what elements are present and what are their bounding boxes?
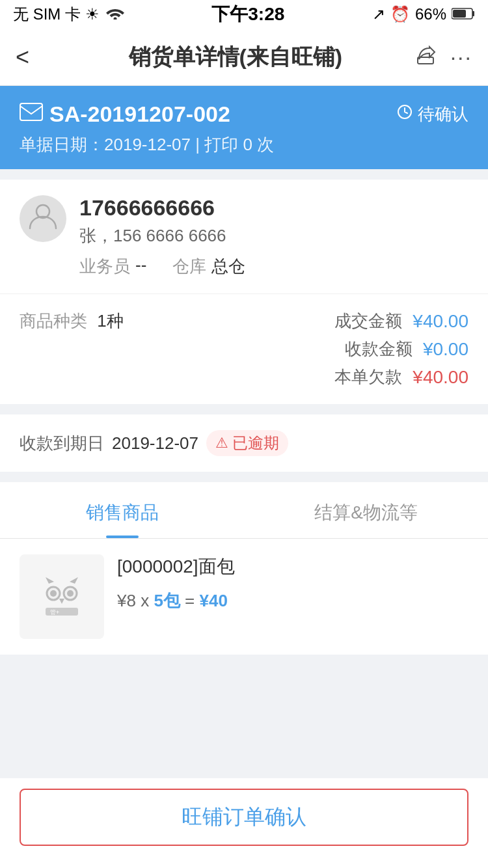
- sim-status: 无 SIM 卡 ☀: [13, 4, 100, 25]
- debt-value: ¥40.00: [413, 367, 468, 388]
- status-text: 待确认: [418, 103, 468, 126]
- svg-point-11: [67, 590, 74, 597]
- clock-icon: [397, 104, 413, 124]
- customer-name: 张，156 6666 6666: [79, 224, 468, 247]
- page-title: 销货单详情(来自旺铺): [55, 42, 416, 72]
- payment-row: 收款金额 ¥0.00: [334, 338, 468, 360]
- avatar: [20, 195, 66, 242]
- deal-amount-row: 成交金额 ¥40.00: [334, 310, 468, 332]
- deal-amount-label: 成交金额: [334, 310, 402, 332]
- status-left: 无 SIM 卡 ☀: [13, 4, 124, 25]
- deal-amount-value: ¥40.00: [413, 311, 468, 332]
- order-date: 单据日期：2019-12-07 | 打印 0 次: [20, 133, 468, 156]
- due-date: 2019-12-07: [112, 433, 198, 454]
- product-type: 商品种类 1种: [20, 310, 124, 332]
- status-right: ↗ ⏰ 66%: [372, 5, 475, 23]
- amount-stats: 成交金额 ¥40.00 收款金额 ¥0.00 本单欠款 ¥40.00: [334, 310, 468, 388]
- warning-icon: ⚠: [215, 435, 228, 452]
- more-icon[interactable]: ···: [450, 44, 472, 70]
- nav-bar: < 销货单详情(来自旺铺) ···: [0, 29, 488, 86]
- payment-value: ¥0.00: [423, 339, 468, 360]
- customer-phone: 17666666666: [79, 195, 468, 221]
- svg-rect-3: [453, 10, 466, 18]
- due-date-section: 收款到期日 2019-12-07 ⚠ 已逾期: [0, 414, 488, 472]
- svg-text:管+: 管+: [50, 609, 59, 616]
- customer-info: 17666666666 张，156 6666 6666 业务员 -- 仓库 总仓: [79, 195, 468, 278]
- product-name: [0000002]面包: [117, 554, 468, 579]
- salesperson-value: --: [135, 255, 146, 278]
- overdue-text: 已逾期: [232, 433, 279, 454]
- order-status: 待确认: [397, 103, 468, 126]
- battery-level: 66%: [415, 5, 446, 23]
- empty-space: [0, 655, 488, 785]
- battery-icon: [452, 5, 475, 23]
- price-quantity: 5包: [154, 591, 180, 610]
- tabs-header: 销售商品 结算&物流等: [0, 482, 488, 539]
- debt-row: 本单欠款 ¥40.00: [334, 366, 468, 388]
- due-label: 收款到期日: [20, 432, 104, 455]
- order-header: SA-20191207-002 待确认 单据日期：2019-12-07 | 打印…: [0, 86, 488, 169]
- payment-label: 收款金额: [345, 338, 413, 360]
- product-image: 管+: [20, 554, 104, 639]
- price-base: ¥8 x: [117, 591, 154, 610]
- order-id: SA-20191207-002: [20, 102, 230, 127]
- svg-point-10: [50, 590, 57, 597]
- price-equals: =: [180, 591, 200, 610]
- back-button[interactable]: <: [16, 44, 55, 71]
- svg-rect-5: [20, 103, 42, 120]
- tab-settlement[interactable]: 结算&物流等: [244, 482, 488, 538]
- bottom-bar: 旺铺订单确认: [0, 778, 488, 868]
- price-total: ¥40: [199, 591, 227, 610]
- share-icon[interactable]: [416, 44, 437, 70]
- user-icon: [27, 200, 59, 237]
- product-item: 管+ [0000002]面包 ¥8 x 5包 = ¥40: [0, 539, 488, 655]
- product-type-label: 商品种类: [20, 311, 87, 331]
- alarm-icon: ⏰: [390, 5, 410, 23]
- warehouse-label: 仓库: [172, 255, 206, 278]
- product-logo-icon: 管+: [36, 574, 88, 619]
- tabs-section: 销售商品 结算&物流等 管+: [0, 482, 488, 655]
- nav-actions: ···: [416, 44, 472, 70]
- order-stats: 商品种类 1种 成交金额 ¥40.00 收款金额 ¥0.00 本单欠款 ¥40.…: [0, 293, 488, 404]
- warehouse-meta: 仓库 总仓: [172, 255, 245, 278]
- product-type-value: 1种: [97, 311, 123, 331]
- wifi-icon: [106, 5, 124, 23]
- salesperson-meta: 业务员 --: [79, 255, 146, 278]
- tab-sales-product[interactable]: 销售商品: [0, 482, 244, 538]
- customer-meta: 业务员 -- 仓库 总仓: [79, 255, 468, 278]
- salesperson-label: 业务员: [79, 255, 130, 278]
- confirm-order-button[interactable]: 旺铺订单确认: [20, 789, 468, 846]
- svg-point-0: [113, 18, 116, 20]
- svg-rect-2: [472, 11, 474, 16]
- debt-label: 本单欠款: [334, 366, 402, 388]
- customer-section: 17666666666 张，156 6666 6666 业务员 -- 仓库 总仓: [0, 180, 488, 293]
- status-bar: 无 SIM 卡 ☀ 下午3:28 ↗ ⏰ 66%: [0, 0, 488, 29]
- location-icon: ↗: [372, 5, 385, 23]
- product-price-formula: ¥8 x 5包 = ¥40: [117, 590, 468, 612]
- status-time: 下午3:28: [211, 2, 284, 27]
- overdue-badge: ⚠ 已逾期: [206, 430, 288, 456]
- warehouse-value: 总仓: [211, 255, 245, 278]
- order-envelope-icon: [20, 103, 43, 126]
- product-info: [0000002]面包 ¥8 x 5包 = ¥40: [117, 554, 468, 639]
